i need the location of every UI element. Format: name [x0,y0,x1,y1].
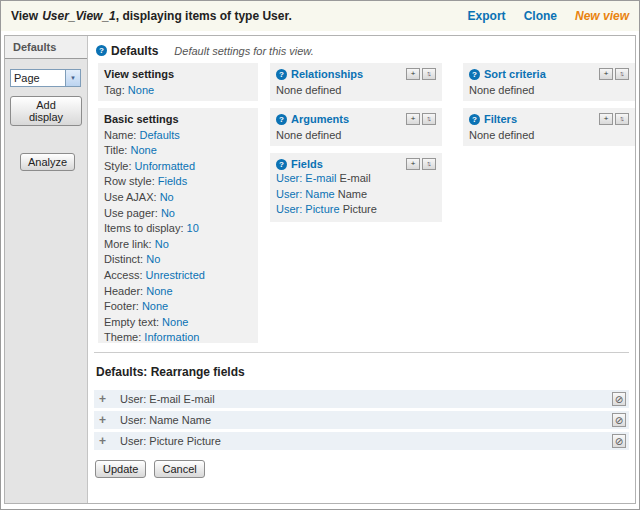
add-icon[interactable]: + [406,113,420,125]
display-description: Default settings for this view. [174,45,313,57]
field-link[interactable]: User: E-mail [276,172,337,184]
page-title: ViewUser_View_1, displaying items of typ… [11,9,292,23]
display-sidebar: Defaults Page ▼ Add display Analyze [5,36,88,503]
filters-box: ?Filters + ↑↓ None defined [463,108,635,146]
clone-link[interactable]: Clone [524,9,557,23]
remove-icon[interactable]: ⊘ [612,413,626,427]
setting-value-link[interactable]: None [162,316,188,328]
tab-defaults[interactable]: Defaults [5,36,87,59]
titlebar-links: Export Clone New view [468,9,629,23]
cancel-button[interactable]: Cancel [154,460,204,478]
setting-value-link[interactable]: None [131,144,157,156]
field-link[interactable]: User: Name [276,188,335,200]
setting-value-link[interactable]: None [146,285,172,297]
form-actions: Update Cancel [94,460,629,478]
setting-value-link[interactable]: Unformatted [135,160,196,172]
field-suffix: Picture [343,203,377,215]
setting-value-link[interactable]: Fields [158,175,187,187]
setting-label: Row style: [104,175,155,187]
add-icon[interactable]: + [406,158,420,170]
setting-row: Use AJAX: No [104,190,252,206]
arguments-box: ?Arguments + ↑↓ None defined [270,108,442,146]
field-item: User: Name Name [276,187,436,203]
arguments-empty: None defined [276,129,436,141]
help-icon: ? [276,159,287,170]
view-settings-box: View settings Tag: None [98,63,258,101]
setting-label: Title: [104,144,127,156]
drag-handle-icon[interactable]: + [99,392,120,406]
new-view-link[interactable]: New view [575,9,629,23]
relationships-box: ?Relationships + ↑↓ None defined [270,63,442,101]
setting-label: Name: [104,129,136,141]
drag-handle-icon[interactable]: + [99,413,120,427]
setting-value-link[interactable]: No [160,191,174,203]
rearrange-icon[interactable]: ↑↓ [422,158,436,170]
filters-header: ?Filters + ↑↓ [469,112,629,126]
display-settings-content: ? Defaults Default settings for this vie… [88,36,635,503]
add-icon[interactable]: + [599,68,613,80]
setting-value-link[interactable]: No [155,238,169,250]
remove-icon[interactable]: ⊘ [612,392,626,406]
field-item: User: Picture Picture [276,202,436,218]
export-link[interactable]: Export [468,9,506,23]
add-icon[interactable]: + [406,68,420,80]
setting-value-link[interactable]: Information [144,331,199,343]
display-heading: Defaults [111,44,158,58]
setting-row: Use pager: No [104,206,252,222]
help-icon[interactable]: ? [96,45,107,56]
setting-label: Header: [104,285,143,297]
filters-title: Filters [484,113,517,125]
setting-value-link[interactable]: No [146,253,160,265]
setting-value-link[interactable]: No [161,207,175,219]
arguments-header: ?Arguments + ↑↓ [276,112,436,126]
setting-row: Footer: None [104,299,252,315]
views-ui-page: ViewUser_View_1, displaying items of typ… [0,0,640,510]
add-icon[interactable]: + [599,113,613,125]
row-label: User: Picture Picture [120,435,221,447]
setting-value-link[interactable]: 10 [187,222,199,234]
sort-criteria-title-link[interactable]: ?Sort criteria [469,68,546,80]
sort-criteria-header: ?Sort criteria + ↑↓ [469,67,629,81]
table-row: + User: Name Name ⊘ [94,411,629,429]
display-type-select[interactable]: Page ▼ [10,69,81,87]
drag-handle-icon[interactable]: + [99,434,120,448]
rearrange-icon[interactable]: ↑↓ [422,68,436,80]
analyze-wrap: Analyze [20,153,82,171]
basic-settings-title: Basic settings [104,112,252,128]
update-button[interactable]: Update [95,460,146,478]
arguments-title: Arguments [291,113,349,125]
setting-value-link[interactable]: None [142,300,168,312]
fields-title-link[interactable]: ?Fields [276,158,323,170]
setting-row: Theme: Information [104,330,252,346]
tag-value-link[interactable]: None [128,84,154,96]
rearrange-icon[interactable]: ↑↓ [615,113,629,125]
arguments-title-link[interactable]: ?Arguments [276,113,349,125]
setting-label: More link: [104,238,152,250]
section-divider [94,352,629,353]
relationships-title: Relationships [291,68,363,80]
setting-label: Distinct: [104,253,143,265]
rearrange-icon[interactable]: ↑↓ [422,113,436,125]
sort-criteria-ops: + ↑↓ [599,68,629,80]
rearrange-icon[interactable]: ↑↓ [615,68,629,80]
setting-value-link[interactable]: Unrestricted [146,269,205,281]
rearrange-heading: Defaults: Rearrange fields [96,365,629,379]
filters-title-link[interactable]: ?Filters [469,113,517,125]
add-display-button[interactable]: Add display [10,96,82,126]
display-type-value: Page [11,70,65,86]
setting-label: Access: [104,269,143,281]
setting-value-link[interactable]: Defaults [139,129,179,141]
remove-icon[interactable]: ⊘ [612,434,626,448]
setting-label: Items to display: [104,222,183,234]
field-link[interactable]: User: Picture [276,203,340,215]
titlebar: ViewUser_View_1, displaying items of typ… [1,1,639,31]
relationships-ops: + ↑↓ [406,68,436,80]
relationships-title-link[interactable]: ?Relationships [276,68,363,80]
fields-box: ?Fields + ↑↓ User: E-mail E-mail User: N… [270,153,442,222]
setting-row: Access: Unrestricted [104,268,252,284]
tag-label: Tag: [104,84,125,96]
setting-row: Distinct: No [104,252,252,268]
tag-setting: Tag: None [104,84,252,96]
setting-row: Name: Defaults [104,128,252,144]
analyze-button[interactable]: Analyze [20,153,75,171]
